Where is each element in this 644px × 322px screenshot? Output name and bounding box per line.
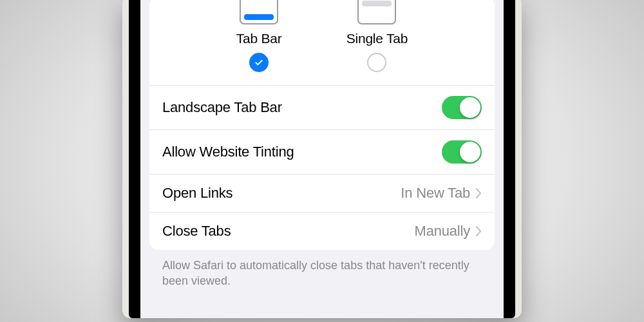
toggle-allow-website-tinting[interactable] <box>442 140 482 164</box>
chevron-right-icon <box>475 188 482 198</box>
toggle-landscape-tab-bar[interactable] <box>442 96 482 119</box>
row-landscape-label: Landscape Tab Bar <box>162 99 442 116</box>
row-close-tabs-value: Manually <box>415 223 470 240</box>
toggle-knob <box>460 97 480 118</box>
option-single-tab[interactable]: Single Tab <box>346 0 408 72</box>
checkmark-icon <box>254 57 264 68</box>
radio-unselected-icon <box>367 53 386 72</box>
row-tinting-label: Allow Website Tinting <box>162 144 442 160</box>
screen: Tab Bar Single Tab Landscape Tab Bar All… <box>140 0 504 318</box>
chevron-right-icon <box>475 226 482 236</box>
row-open-links-label: Open Links <box>162 185 401 202</box>
radio-selected-icon <box>249 53 269 72</box>
row-close-tabs[interactable]: Close Tabs Manually <box>149 213 495 250</box>
toggle-knob <box>460 142 480 162</box>
tab-bar-preview-icon <box>240 0 278 24</box>
row-close-tabs-label: Close Tabs <box>162 223 415 240</box>
row-open-links[interactable]: Open Links In New Tab <box>149 175 495 213</box>
row-landscape-tab-bar: Landscape Tab Bar <box>149 86 495 130</box>
option-tab-bar[interactable]: Tab Bar <box>236 0 282 72</box>
row-open-links-value: In New Tab <box>401 185 470 202</box>
option-tab-bar-label: Tab Bar <box>236 31 282 46</box>
section-footer-text: Allow Safari to automatically close tabs… <box>140 250 504 289</box>
single-tab-preview-icon <box>357 0 396 24</box>
settings-panel: Tab Bar Single Tab Landscape Tab Bar All… <box>149 0 495 250</box>
option-single-tab-label: Single Tab <box>346 31 408 46</box>
row-allow-website-tinting: Allow Website Tinting <box>149 130 495 175</box>
phone-frame: Tab Bar Single Tab Landscape Tab Bar All… <box>122 0 522 318</box>
tab-layout-selector: Tab Bar Single Tab <box>149 0 495 86</box>
